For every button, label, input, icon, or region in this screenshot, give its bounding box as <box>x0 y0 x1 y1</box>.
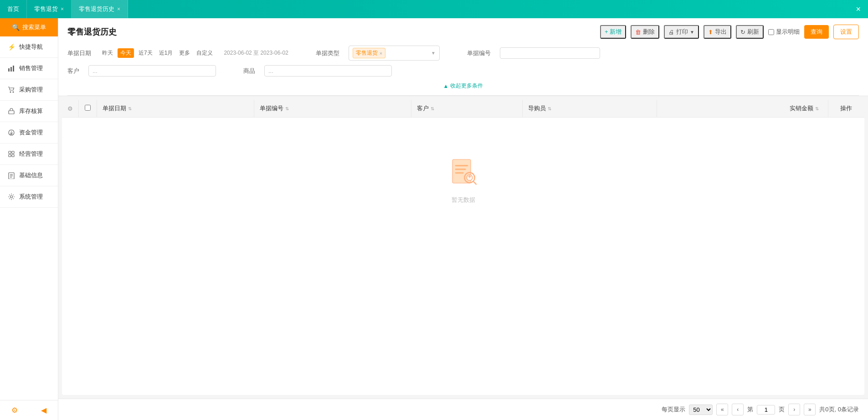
first-page-button[interactable]: « <box>716 404 728 415</box>
page-label: 第 <box>747 405 753 414</box>
gear-icon[interactable]: ⚙ <box>67 105 73 112</box>
th-date-sort[interactable]: 单据日期 ⇅ <box>103 104 248 113</box>
sidebar-search[interactable]: 🔍 搜索菜单 <box>0 18 58 36</box>
prev-page-button[interactable]: ‹ <box>732 404 744 415</box>
sidebar-collapse-button[interactable]: ◀ <box>41 406 46 415</box>
svg-point-4 <box>13 92 14 93</box>
tab-retail-return[interactable]: 零售退货 × <box>27 0 72 18</box>
svg-rect-5 <box>9 111 14 114</box>
sidebar-search-label: 搜索菜单 <box>22 23 46 31</box>
voucher-type-label: 单据类型 <box>316 49 339 57</box>
date-shortcut-1month[interactable]: 近1月 <box>157 48 175 58</box>
select-all-checkbox[interactable] <box>85 105 91 111</box>
sidebar-item-quick-nav[interactable]: ⚡ 快捷导航 <box>0 36 58 58</box>
sidebar-settings-button[interactable]: ⚙ <box>11 406 18 415</box>
refresh-button[interactable]: ↻ 刷新 <box>736 25 764 39</box>
page-size-select[interactable]: 50 100 200 <box>689 405 713 415</box>
new-button[interactable]: + 新增 <box>600 25 626 39</box>
sidebar-nav: ⚡ 快捷导航 销售管理 采购管理 库存核算 <box>0 36 58 400</box>
page-number-input[interactable] <box>757 405 775 415</box>
collapse-label: 收起更多条件 <box>450 82 483 90</box>
empty-illustration <box>445 154 482 190</box>
empty-text: 暂无数据 <box>452 196 475 204</box>
sidebar-item-system[interactable]: 系统管理 <box>0 186 58 208</box>
voucher-type-tag-value: 零售退货 <box>356 49 378 57</box>
quick-nav-icon: ⚡ <box>7 43 15 51</box>
customer-select[interactable]: ... <box>88 65 216 77</box>
tab-list: 首页 零售退货 × 零售退货历史 × <box>0 0 848 18</box>
show-detail-checkbox[interactable] <box>768 29 774 35</box>
table-header-row: ⚙ 单据日期 ⇅ 单据编号 <box>62 100 864 118</box>
th-no-sort[interactable]: 单据编号 ⇅ <box>260 104 406 113</box>
date-shortcut-7days[interactable]: 近7天 <box>137 48 154 58</box>
goods-label: 商品 <box>243 67 255 75</box>
table-body: 暂无数据 <box>62 118 864 241</box>
sidebar-item-finance-label: 资金管理 <box>19 128 43 137</box>
voucher-type-select-arrow: ▼ <box>431 51 436 56</box>
query-button[interactable]: 查询 <box>804 25 829 39</box>
tab-retail-return-close[interactable]: × <box>61 6 64 12</box>
collapse-row: ▲ 收起更多条件 <box>67 78 859 95</box>
date-shortcut-today[interactable]: 今天 <box>118 48 134 58</box>
delete-button[interactable]: 🗑 删除 <box>631 25 659 39</box>
date-shortcut-custom[interactable]: 自定义 <box>195 48 215 58</box>
last-page-button[interactable]: » <box>804 404 816 415</box>
th-op: 操作 <box>828 100 864 118</box>
empty-row: 暂无数据 <box>62 118 864 241</box>
page-title: 零售退货历史 <box>67 26 117 37</box>
refresh-label: 刷新 <box>747 28 759 36</box>
delete-icon: 🗑 <box>635 29 641 36</box>
voucher-type-tag-close[interactable]: × <box>380 51 382 56</box>
print-button[interactable]: 🖨 打印 ▼ <box>664 25 699 39</box>
date-shortcut-more[interactable]: 更多 <box>177 48 192 58</box>
sidebar-item-sales[interactable]: 销售管理 <box>0 58 58 79</box>
tab-home-label: 首页 <box>7 5 19 13</box>
sidebar-item-basic-info[interactable]: 基础信息 <box>0 165 58 186</box>
sidebar-item-purchase[interactable]: 采购管理 <box>0 79 58 101</box>
th-date-label: 单据日期 <box>103 104 126 113</box>
print-label: 打印 <box>676 28 688 36</box>
search-icon: 🔍 <box>12 24 20 31</box>
goods-select[interactable]: ... <box>264 65 392 77</box>
date-shortcut-yesterday[interactable]: 昨天 <box>100 48 115 58</box>
voucher-type-select[interactable]: 零售退货 × ▼ <box>349 46 440 61</box>
date-range-display: 2023-06-02 至 2023-06-02 <box>224 49 288 57</box>
svg-rect-7 <box>9 151 11 154</box>
sidebar-item-operation[interactable]: 经营管理 <box>0 143 58 165</box>
svg-line-22 <box>473 181 476 184</box>
tab-retail-return-history[interactable]: 零售退货历史 × <box>72 0 128 18</box>
th-guide-sort[interactable]: 导购员 ⇅ <box>528 104 651 113</box>
collapse-button[interactable]: ▲ 收起更多条件 <box>438 80 489 92</box>
tab-retail-return-label: 零售退货 <box>34 5 58 13</box>
collapse-icon: ▲ <box>443 83 449 89</box>
svg-rect-17 <box>455 165 468 166</box>
content-area: 零售退货历史 + 新增 🗑 删除 🖨 打印 ▼ ⬆ 导出 <box>58 18 868 420</box>
export-button[interactable]: ⬆ 导出 <box>704 25 731 39</box>
tab-retail-return-history-close[interactable]: × <box>117 6 120 12</box>
sidebar-item-inventory[interactable]: 库存核算 <box>0 101 58 122</box>
th-customer-sort[interactable]: 客户 ⇅ <box>417 104 517 113</box>
voucher-no-input[interactable] <box>500 47 600 59</box>
filter-row-2: 客户 ... 商品 ... <box>67 65 859 77</box>
sidebar-bottom: ⚙ ◀ <box>0 400 58 420</box>
export-label: 导出 <box>715 28 727 36</box>
th-no: 单据编号 ⇅ <box>254 100 411 118</box>
th-amount-sort[interactable]: 实销金额 ⇅ <box>663 104 819 113</box>
window-close-button[interactable]: × <box>848 5 868 14</box>
svg-rect-19 <box>455 172 463 174</box>
show-detail-checkbox-label[interactable]: 显示明细 <box>768 28 800 36</box>
data-table: ⚙ 单据日期 ⇅ 单据编号 <box>62 100 864 241</box>
th-checkbox <box>79 100 97 118</box>
filter-area: 单据日期 昨天 今天 近7天 近1月 更多 自定义 2023-06-02 至 2… <box>67 46 859 96</box>
top-bar: 首页 零售退货 × 零售退货历史 × × <box>0 0 868 18</box>
tab-home[interactable]: 首页 <box>0 0 27 18</box>
page-header-top: 零售退货历史 + 新增 🗑 删除 🖨 打印 ▼ ⬆ 导出 <box>67 25 859 39</box>
finance-icon <box>7 128 15 137</box>
customer-sort-icon: ⇅ <box>431 106 434 111</box>
total-info: 共0页, 0条记录 <box>819 405 859 414</box>
amount-sort-icon: ⇅ <box>815 106 819 111</box>
next-page-button[interactable]: › <box>788 404 800 415</box>
delete-label: 删除 <box>643 28 655 36</box>
settings-button[interactable]: 设置 <box>833 25 859 39</box>
sidebar-item-finance[interactable]: 资金管理 <box>0 122 58 143</box>
